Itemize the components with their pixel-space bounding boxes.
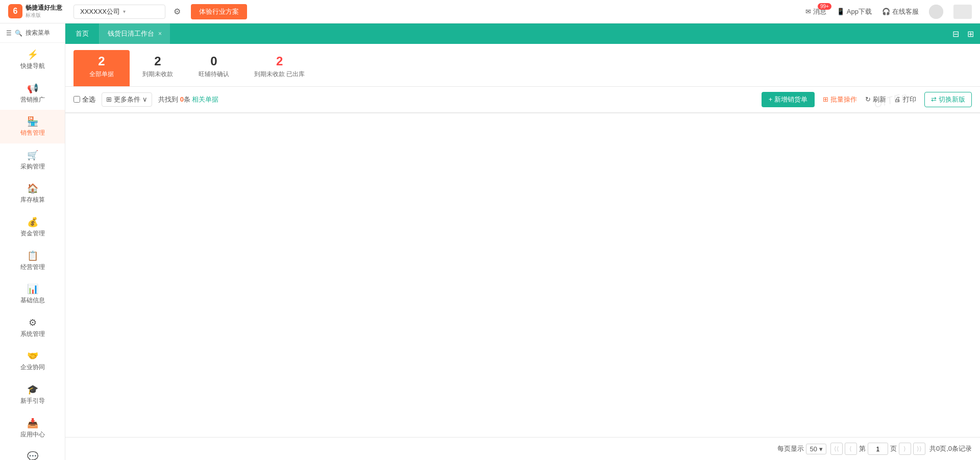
- sidebar-item-wechat[interactable]: 💬 企业微信: [0, 445, 65, 460]
- minimize-icon[interactable]: ⊟: [950, 27, 961, 41]
- sidebar-search[interactable]: ☰ 🔍 搜索菜单: [0, 23, 65, 43]
- select-all-label: 全选: [82, 95, 95, 104]
- sidebar-item-quick-nav[interactable]: ⚡ 快捷导航: [0, 43, 65, 77]
- search-menu-icon2: 🔍: [15, 30, 22, 37]
- page-size-box[interactable]: 50 ▾: [806, 444, 826, 454]
- sidebar-item-sales[interactable]: 🏪 销售管理: [0, 110, 65, 143]
- message-action[interactable]: ✉ 消息 99+: [805, 7, 826, 16]
- app-center-icon: 📥: [27, 418, 38, 429]
- user-menu-placeholder[interactable]: [953, 5, 972, 19]
- tab-bar-actions: ⊟ ⊞: [950, 27, 980, 41]
- tab-active[interactable]: 钱货日清工作台 ×: [100, 23, 170, 44]
- sidebar-item-purchase[interactable]: 🛒 采购管理: [0, 143, 65, 177]
- found-link[interactable]: 相关单据: [192, 95, 218, 103]
- main-container: ☰ 🔍 搜索菜单 ⚡ 快捷导航 📢 营销推广 🏪 销售管理 🛒 采购管理 🏠 库…: [0, 23, 980, 460]
- trial-button[interactable]: 体验行业方案: [191, 4, 247, 19]
- sidebar-item-finance[interactable]: 💰 资金管理: [0, 210, 65, 244]
- found-prefix: 共找到: [158, 95, 178, 103]
- message-badge: 99+: [818, 3, 831, 10]
- sidebar-item-label: 销售管理: [20, 129, 45, 137]
- refresh-label: 刷新: [873, 95, 886, 104]
- tab-close-icon[interactable]: ×: [158, 31, 162, 37]
- stat-label-pending: 旺辅待确认: [199, 70, 229, 79]
- page-content: 2 全部单据 2 到期未收款 0 旺辅待确认 2 到期未收款 已出库: [65, 44, 980, 460]
- sidebar-item-label: 资金管理: [20, 230, 45, 238]
- operations-icon: 📋: [27, 250, 38, 261]
- app-download-label: App下载: [847, 7, 872, 16]
- sidebar-item-label: 新手引导: [20, 397, 45, 405]
- select-all-input[interactable]: [74, 96, 80, 103]
- logo-text: 畅捷通好生意 标准版: [26, 4, 62, 18]
- service-icon: 🎧: [882, 8, 890, 15]
- next-page-button[interactable]: ⟩: [899, 443, 911, 455]
- company-selector[interactable]: XXXXXX公司 ▾: [74, 5, 165, 19]
- message-icon: ✉: [805, 8, 811, 15]
- print-label: 打印: [903, 95, 916, 104]
- select-all-checkbox[interactable]: 全选: [74, 95, 95, 104]
- app-download-action[interactable]: 📱 App下载: [837, 7, 872, 16]
- tab-home[interactable]: 首页: [65, 23, 100, 44]
- prev-page-button[interactable]: ⟨: [845, 443, 857, 455]
- sidebar-item-operations[interactable]: 📋 经营管理: [0, 244, 65, 278]
- found-suffix: 条: [184, 95, 190, 103]
- batch-label: 批量操作: [830, 95, 857, 104]
- add-sale-button[interactable]: + 新增销货单: [762, 92, 815, 107]
- sidebar-item-marketing[interactable]: 📢 营销推广: [0, 77, 65, 110]
- sidebar-item-base-info[interactable]: 📊 基础信息: [0, 277, 65, 311]
- pagination-bar: 每页显示 50 ▾ ⟨⟨ ⟨ 第 页 ⟩ ⟩⟩ 共0页,0条记录: [65, 437, 980, 460]
- logo-icon: 6: [8, 4, 22, 18]
- maximize-icon[interactable]: ⊞: [965, 27, 976, 41]
- page-size-value: 50: [810, 445, 817, 453]
- top-header: 6 畅捷通好生意 标准版 XXXXXX公司 ▾ ⚙ 体验行业方案 ✉ 消息 99…: [0, 0, 980, 23]
- page-size-label: 每页显示: [777, 444, 804, 453]
- batch-icon: ⊞: [823, 95, 828, 103]
- online-service-action[interactable]: 🎧 在线客服: [882, 7, 919, 16]
- stat-tab-all[interactable]: 2 全部单据: [74, 50, 130, 86]
- sidebar-item-label: 营销推广: [20, 96, 45, 104]
- settings-icon[interactable]: ⚙: [169, 4, 185, 19]
- page-suffix: 页: [890, 444, 897, 453]
- stat-count-all: 2: [98, 54, 105, 69]
- switch-new-button[interactable]: ⇄ 切换新版: [924, 92, 972, 107]
- filter-label: 更多条件: [114, 95, 140, 104]
- first-page-button[interactable]: ⟨⟨: [830, 443, 843, 455]
- sidebar-item-system[interactable]: ⚙ 系统管理: [0, 311, 65, 345]
- quick-nav-icon: ⚡: [27, 49, 38, 60]
- purchase-icon: 🛒: [27, 150, 38, 161]
- switch-label: 切换新版: [939, 95, 965, 104]
- logo-subtitle: 标准版: [26, 12, 62, 19]
- last-page-button[interactable]: ⟩⟩: [913, 443, 925, 455]
- sidebar-item-label: 企业协同: [20, 364, 45, 372]
- sidebar-item-label: 应用中心: [20, 431, 45, 439]
- stat-tab-overdue[interactable]: 2 到期未收款: [130, 50, 186, 86]
- sidebar-item-label: 采购管理: [20, 163, 45, 171]
- page-label: 第: [859, 444, 866, 453]
- sidebar-item-label: 经营管理: [20, 263, 45, 272]
- search-menu-label: 搜索菜单: [26, 29, 50, 37]
- sidebar-item-app-center[interactable]: 📥 应用中心: [0, 411, 65, 445]
- guide-icon: 🎓: [27, 384, 38, 395]
- inventory-icon: 🏠: [27, 183, 38, 194]
- batch-op-button[interactable]: ⊞ 批量操作: [823, 95, 857, 104]
- stat-label-all: 全部单据: [89, 70, 114, 79]
- print-button[interactable]: 🖨 打印: [894, 95, 916, 104]
- sidebar-item-guide[interactable]: 🎓 新手引导: [0, 378, 65, 411]
- refresh-button[interactable]: ↻ 刷新: [865, 95, 886, 104]
- table-area: [65, 113, 980, 437]
- avatar-image: [929, 5, 943, 19]
- sidebar-item-inventory[interactable]: 🏠 库存核算: [0, 177, 65, 210]
- toolbar: 全选 ⊞ 更多条件 ∨ 共找到 0条 相关单据 + 新增销货单 ⊞ 批量操作: [65, 87, 980, 113]
- filter-button[interactable]: ⊞ 更多条件 ∨: [102, 92, 152, 107]
- sidebar-item-label: 库存核算: [20, 196, 45, 204]
- page-input[interactable]: [868, 443, 888, 455]
- sidebar-item-label: 基础信息: [20, 297, 45, 305]
- filter-icon: ⊞: [106, 95, 112, 103]
- stat-tab-shipped[interactable]: 2 到期未收款 已出库: [242, 50, 317, 86]
- stat-tab-pending[interactable]: 0 旺辅待确认: [186, 50, 242, 86]
- avatar[interactable]: [929, 5, 943, 19]
- sidebar: ☰ 🔍 搜索菜单 ⚡ 快捷导航 📢 营销推广 🏪 销售管理 🛒 采购管理 🏠 库…: [0, 23, 65, 460]
- sidebar-item-enterprise[interactable]: 🤝 企业协同: [0, 344, 65, 378]
- search-menu-icon: ☰: [6, 30, 12, 37]
- chevron-down-filter-icon: ∨: [142, 95, 148, 103]
- finance-icon: 💰: [27, 216, 38, 228]
